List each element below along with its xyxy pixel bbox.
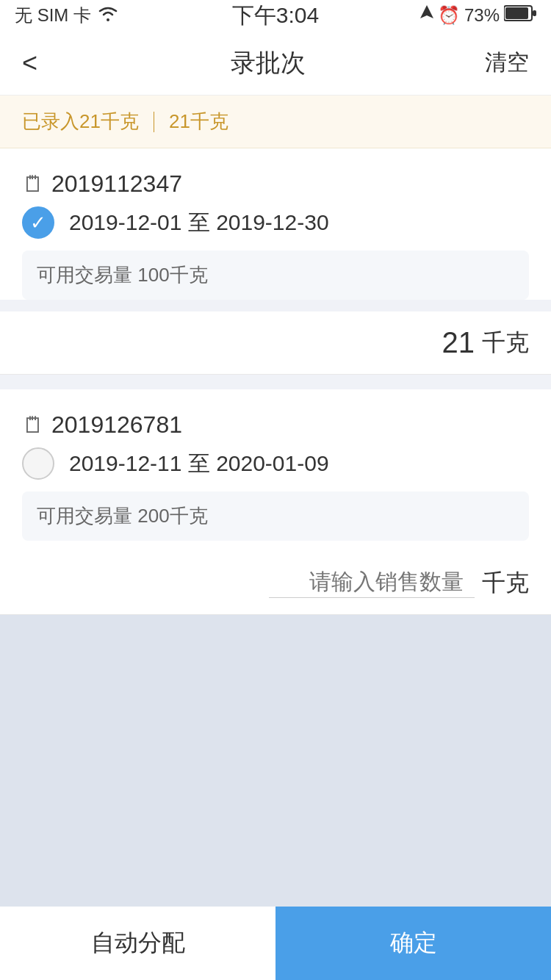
batch1-available: 可用交易量 100千克 [22, 251, 529, 300]
wifi-icon [97, 5, 119, 26]
recorded-label: 已录入21千克 [22, 109, 139, 134]
batch2-available: 可用交易量 200千克 [22, 491, 529, 541]
batch1-card: 🗒 2019112347 2019-12-01 至 2019-12-30 可用交… [0, 148, 551, 300]
batch1-radio[interactable] [22, 206, 54, 239]
batch2-unit: 千克 [482, 567, 529, 599]
confirm-button[interactable]: 确定 [276, 907, 551, 980]
batch1-amount-row: 21 千克 [0, 311, 551, 375]
auto-distribute-button[interactable]: 自动分配 [0, 907, 276, 980]
batch1-doc-icon: 🗒 [22, 172, 44, 197]
batch2-radio[interactable] [22, 447, 54, 480]
banner-divider [154, 112, 154, 132]
carrier-label: 无 SIM 卡 [15, 4, 91, 27]
batch2-input-area[interactable] [269, 569, 475, 598]
svg-rect-2 [533, 10, 536, 16]
batch1-header: 🗒 2019112347 [22, 170, 529, 198]
back-button[interactable]: < [22, 48, 66, 79]
status-bar-right: ⏰ 73% [420, 5, 536, 26]
svg-rect-1 [505, 7, 528, 19]
batch2-content: 🗒 2019126781 2019-12-11 至 2020-01-09 可用交… [0, 389, 551, 541]
batch2-row[interactable]: 2019-12-11 至 2020-01-09 [22, 447, 529, 480]
battery-icon [504, 5, 536, 26]
batch2-doc-icon: 🗒 [22, 413, 44, 438]
bottom-bar: 自动分配 确定 [0, 907, 551, 980]
batch2-id: 2019126781 [51, 411, 182, 439]
clear-button[interactable]: 清空 [470, 48, 529, 78]
status-bar: 无 SIM 卡 下午3:04 ⏰ 73% [0, 0, 551, 31]
batch2-qty-input[interactable] [269, 569, 475, 594]
alarm-icon: ⏰ [438, 5, 460, 26]
section-separator [0, 375, 551, 389]
location-icon [420, 5, 433, 26]
battery-percent: 73% [464, 5, 500, 26]
batch1-id: 2019112347 [51, 170, 182, 198]
page-title: 录批次 [231, 46, 306, 80]
batch2-card: 🗒 2019126781 2019-12-11 至 2020-01-09 可用交… [0, 389, 551, 615]
nav-bar: < 录批次 清空 [0, 31, 551, 96]
batch1-amount-value: 21 [442, 326, 475, 359]
total-label: 21千克 [169, 109, 228, 134]
batch2-input-row[interactable]: 千克 [0, 552, 551, 615]
batch2-date: 2019-12-11 至 2020-01-09 [69, 449, 329, 479]
gray-background-area [0, 615, 551, 909]
batch1-date: 2019-12-01 至 2019-12-30 [69, 208, 329, 238]
batch2-header: 🗒 2019126781 [22, 411, 529, 439]
info-banner: 已录入21千克 21千克 [0, 96, 551, 148]
batch1-unit: 千克 [482, 327, 529, 359]
status-bar-time: 下午3:04 [232, 1, 319, 31]
status-bar-left: 无 SIM 卡 [15, 4, 119, 27]
batch1-row[interactable]: 2019-12-01 至 2019-12-30 [22, 206, 529, 239]
batch1-amount-area[interactable]: 21 千克 [442, 326, 530, 359]
